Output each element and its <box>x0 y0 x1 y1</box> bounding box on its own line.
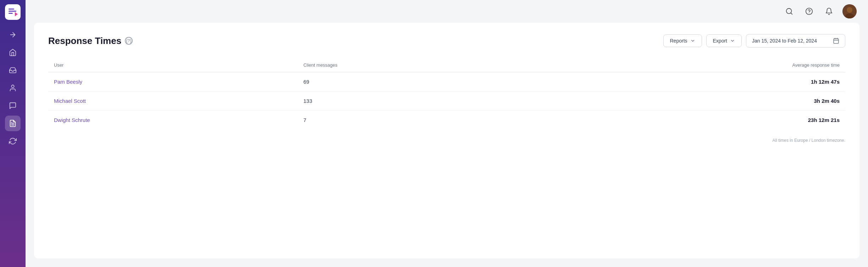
svg-line-8 <box>791 13 792 14</box>
col-header-avg-response-time: Average response time <box>537 59 845 72</box>
reports-dropdown-button[interactable]: Reports <box>663 34 702 47</box>
table-row: Pam Beesly691h 12m 47s <box>48 72 845 91</box>
user-link[interactable]: Michael Scott <box>54 98 86 104</box>
topbar <box>26 0 868 23</box>
cell-avg-response-time: 23h 12m 21s <box>537 111 845 130</box>
cell-avg-response-time: 3h 2m 40s <box>537 91 845 111</box>
cell-client-messages: 69 <box>298 72 537 91</box>
cell-avg-response-time: 1h 12m 47s <box>537 72 845 91</box>
page-header: Response Times (?) Reports Export Jan 15… <box>48 34 845 48</box>
content-area: Response Times (?) Reports Export Jan 15… <box>34 23 859 258</box>
response-times-table: User Client messages Average response ti… <box>48 59 845 129</box>
export-dropdown-button[interactable]: Export <box>706 34 742 47</box>
main-content: Response Times (?) Reports Export Jan 15… <box>26 0 868 267</box>
help-tooltip-badge[interactable]: (?) <box>125 37 133 45</box>
date-range-button[interactable]: Jan 15, 2024 to Feb 12, 2024 <box>746 34 845 48</box>
user-avatar[interactable] <box>842 4 857 18</box>
bell-button[interactable] <box>823 5 835 18</box>
user-link[interactable]: Dwight Schrute <box>54 117 90 123</box>
table-header: User Client messages Average response ti… <box>48 59 845 72</box>
svg-rect-14 <box>834 39 839 44</box>
avatar-image <box>842 4 857 18</box>
sidebar-item-reports[interactable] <box>5 116 21 131</box>
cell-user: Pam Beesly <box>48 72 298 91</box>
cell-user: Michael Scott <box>48 91 298 111</box>
search-button[interactable] <box>783 5 796 18</box>
sidebar <box>0 0 26 267</box>
cell-client-messages: 7 <box>298 111 537 130</box>
svg-point-4 <box>11 85 14 88</box>
header-controls: Reports Export Jan 15, 2024 to Feb 12, 2… <box>663 34 846 48</box>
col-header-user: User <box>48 59 298 72</box>
page-title-area: Response Times (?) <box>48 35 133 46</box>
col-header-client-messages: Client messages <box>298 59 537 72</box>
cell-user: Dwight Schrute <box>48 111 298 130</box>
sidebar-item-chat[interactable] <box>5 98 21 113</box>
svg-rect-2 <box>9 13 13 14</box>
svg-rect-0 <box>9 9 14 10</box>
sidebar-item-refresh[interactable] <box>5 133 21 149</box>
cell-client-messages: 133 <box>298 91 537 111</box>
sidebar-item-forward[interactable] <box>5 27 21 43</box>
table-row: Michael Scott1333h 2m 40s <box>48 91 845 111</box>
table-row: Dwight Schrute723h 12m 21s <box>48 111 845 130</box>
user-link[interactable]: Pam Beesly <box>54 79 82 85</box>
svg-marker-3 <box>15 12 18 16</box>
svg-rect-1 <box>9 11 16 12</box>
table-body: Pam Beesly691h 12m 47sMichael Scott1333h… <box>48 72 845 130</box>
sidebar-item-contacts[interactable] <box>5 80 21 96</box>
sidebar-nav <box>0 27 26 149</box>
sidebar-item-home[interactable] <box>5 45 21 60</box>
chevron-down-icon <box>690 38 695 43</box>
app-logo[interactable] <box>5 4 21 20</box>
timezone-note: All times in Europe / London timezone. <box>48 138 845 143</box>
help-button[interactable] <box>803 5 816 18</box>
chevron-down-export-icon <box>730 38 735 43</box>
calendar-icon <box>833 38 839 44</box>
page-title: Response Times <box>48 35 121 46</box>
svg-point-12 <box>847 7 852 13</box>
sidebar-item-inbox[interactable] <box>5 62 21 78</box>
